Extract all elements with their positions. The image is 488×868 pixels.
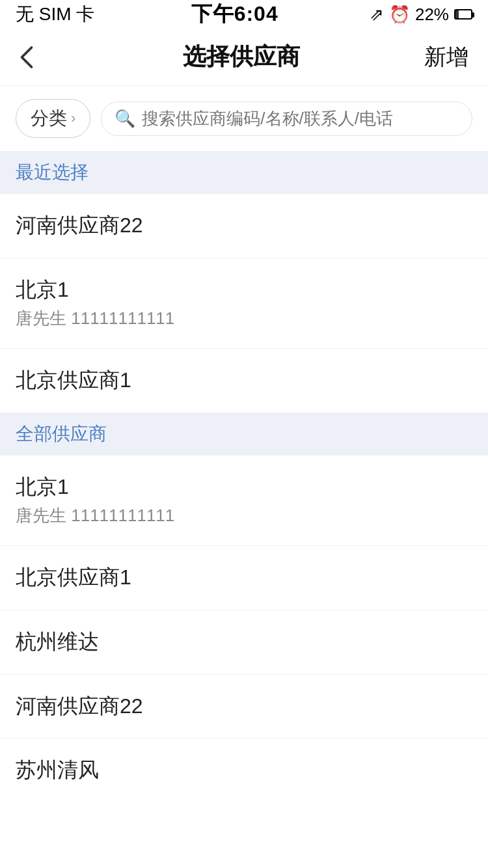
status-bar: 无 SIM 卡 下午6:04 ⇗ ⏰ 22% <box>0 0 488 29</box>
status-right: ⇗ ⏰ 22% <box>370 5 472 25</box>
list-item[interactable]: 北京1唐先生 11111111111 <box>0 455 488 547</box>
item-name: 杭州维达 <box>16 629 472 656</box>
item-name: 苏州清风 <box>16 757 472 784</box>
item-sub: 唐先生 11111111111 <box>16 307 472 330</box>
category-button[interactable]: 分类 › <box>16 99 90 138</box>
search-box: 🔍 <box>101 102 472 136</box>
recent-section-header: 最近选择 <box>0 151 488 194</box>
carrier-label: 无 SIM 卡 <box>16 2 94 27</box>
search-input[interactable] <box>142 109 459 129</box>
all-section-label: 全部供应商 <box>16 424 107 444</box>
add-button[interactable]: 新增 <box>424 42 468 72</box>
list-item[interactable]: 杭州维达 <box>0 610 488 675</box>
list-item[interactable]: 河南供应商22 <box>0 675 488 739</box>
all-section-header: 全部供应商 <box>0 413 488 455</box>
category-label: 分类 <box>31 106 67 131</box>
list-item[interactable]: 苏州清风 <box>0 739 488 802</box>
list-item[interactable]: 河南供应商22 <box>0 194 488 258</box>
recent-section-label: 最近选择 <box>16 162 88 182</box>
search-icon: 🔍 <box>115 109 135 129</box>
item-name: 北京1 <box>16 277 472 304</box>
status-time: 下午6:04 <box>191 0 278 29</box>
list-item[interactable]: 北京供应商1 <box>0 546 488 610</box>
alarm-icon: ⏰ <box>389 5 410 25</box>
item-name: 北京供应商1 <box>16 564 472 591</box>
item-sub: 唐先生 11111111111 <box>16 504 472 527</box>
filter-bar: 分类 › 🔍 <box>0 86 488 151</box>
list-item[interactable]: 北京供应商1 <box>0 349 488 413</box>
back-button[interactable] <box>20 46 59 69</box>
item-name: 北京供应商1 <box>16 367 472 394</box>
list-item[interactable]: 北京1唐先生 11111111111 <box>0 258 488 349</box>
all-list: 北京1唐先生 11111111111北京供应商1杭州维达河南供应商22苏州清风 <box>0 455 488 802</box>
battery-icon <box>454 9 472 20</box>
battery-label: 22% <box>415 5 449 25</box>
item-name: 北京1 <box>16 474 472 501</box>
item-name: 河南供应商22 <box>16 212 472 239</box>
page-title: 选择供应商 <box>183 41 300 73</box>
status-carrier: 无 SIM 卡 <box>16 2 100 27</box>
chevron-right-icon: › <box>71 110 75 127</box>
nav-bar: 选择供应商 新增 <box>0 29 488 86</box>
item-name: 河南供应商22 <box>16 693 472 720</box>
recent-list: 河南供应商22北京1唐先生 11111111111北京供应商1 <box>0 194 488 413</box>
location-icon: ⇗ <box>370 5 384 25</box>
